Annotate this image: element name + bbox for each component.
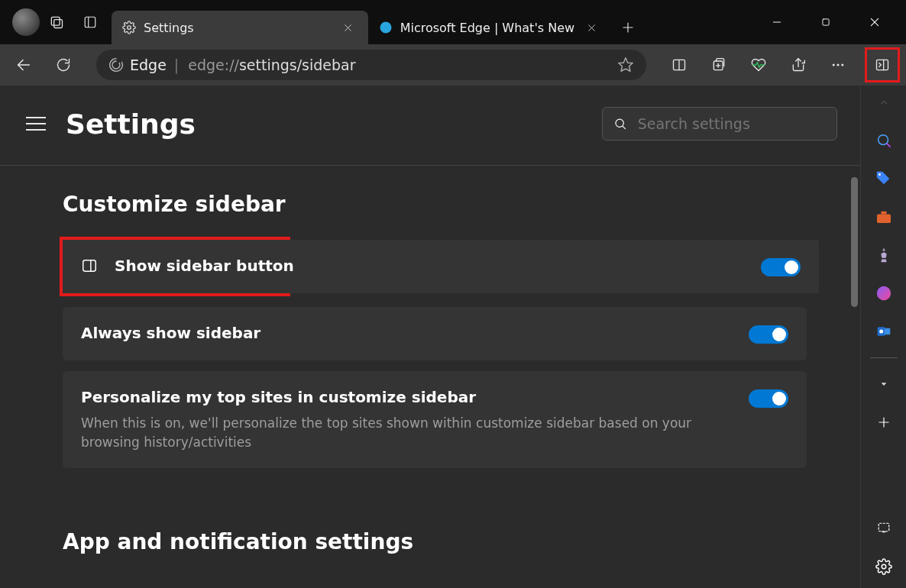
url-path: settings/sidebar <box>239 57 356 73</box>
sidebar-settings-button[interactable] <box>872 554 896 579</box>
svg-rect-1 <box>54 20 63 28</box>
url-prefix: edge:// <box>188 57 239 73</box>
toggle-show-sidebar-button[interactable] <box>761 258 801 276</box>
svg-point-24 <box>833 64 835 66</box>
back-button[interactable] <box>6 47 41 82</box>
tab-settings[interactable]: Settings <box>112 11 368 44</box>
sidebar-more[interactable] <box>872 372 896 396</box>
section-heading-customize-sidebar: Customize sidebar <box>63 192 807 217</box>
search-icon <box>875 132 892 149</box>
option-label: Always show sidebar <box>81 324 260 342</box>
settings-page: Settings Customize sidebar Show sidebar … <box>0 86 860 588</box>
gear-icon <box>875 558 892 575</box>
settings-search-input[interactable] <box>638 115 826 132</box>
gear-icon <box>122 21 136 34</box>
close-icon <box>587 23 597 33</box>
svg-rect-2 <box>85 17 95 27</box>
sidebar-app-outlook[interactable] <box>872 319 896 344</box>
svg-point-33 <box>878 135 888 145</box>
option-always-show-sidebar: Always show sidebar <box>63 307 807 360</box>
office-icon <box>875 285 892 302</box>
svg-rect-0 <box>51 17 60 25</box>
svg-marker-42 <box>881 383 886 386</box>
outlook-icon <box>875 324 892 339</box>
sidebar-add-button[interactable] <box>872 410 896 435</box>
option-show-sidebar-button: Show sidebar button <box>63 240 819 293</box>
scrollbar-thumb[interactable] <box>851 177 858 307</box>
address-bar[interactable]: Edge | edge://settings/sidebar <box>96 50 646 80</box>
refresh-icon <box>56 57 71 73</box>
heartbeat-icon <box>750 57 767 73</box>
share-icon <box>791 57 806 73</box>
svg-point-46 <box>882 564 886 569</box>
sidebar-icon <box>81 257 98 274</box>
briefcase-icon <box>875 210 892 224</box>
screenshot-icon <box>876 522 891 535</box>
option-description: When this is on, we'll personalize the t… <box>81 414 749 451</box>
edge-sidebar <box>860 86 906 588</box>
toggle-always-show-sidebar[interactable] <box>749 325 788 344</box>
sidebar-app-shopping[interactable] <box>872 166 896 191</box>
window-titlebar: Settings Microsoft Edge | What's New <box>0 0 906 44</box>
refresh-button[interactable] <box>46 47 81 82</box>
close-icon <box>343 23 353 33</box>
collections-button[interactable] <box>701 47 736 82</box>
tag-icon <box>875 170 892 187</box>
plus-icon <box>621 21 635 34</box>
plus-icon <box>877 415 891 429</box>
profile-avatar[interactable] <box>12 8 40 36</box>
window-controls <box>759 5 892 39</box>
tab-label: Settings <box>144 21 194 35</box>
search-icon <box>613 116 627 131</box>
new-tab-button[interactable] <box>611 11 645 44</box>
tab-strip: Settings Microsoft Edge | What's New <box>112 0 645 44</box>
chevron-up-icon <box>878 99 889 106</box>
svg-point-41 <box>879 330 883 334</box>
collections-icon <box>711 57 726 73</box>
tab-label: Microsoft Edge | What's New <box>400 21 574 35</box>
chess-icon <box>875 247 892 263</box>
favorite-star-icon[interactable] <box>617 57 634 73</box>
vertical-tabs-icon[interactable] <box>73 5 107 39</box>
settings-search[interactable] <box>602 107 837 141</box>
edge-logo-icon <box>379 21 393 34</box>
share-button[interactable] <box>781 47 816 82</box>
settings-menu-button[interactable] <box>23 111 49 137</box>
page-title: Settings <box>66 108 196 140</box>
sidebar-toggle-button[interactable] <box>867 50 898 80</box>
toggle-personalize-top-sites[interactable] <box>749 389 788 408</box>
tab-close-button[interactable] <box>582 18 600 37</box>
tab-whatsnew[interactable]: Microsoft Edge | What's New <box>368 11 611 44</box>
sidebar-panel-icon <box>875 57 890 73</box>
close-window-button[interactable] <box>857 5 892 39</box>
svg-point-4 <box>128 26 131 30</box>
svg-point-35 <box>878 173 881 176</box>
svg-rect-13 <box>823 19 829 25</box>
sidebar-app-tools[interactable] <box>872 205 896 229</box>
ellipsis-icon <box>830 57 846 73</box>
sidebar-screenshot-button[interactable] <box>872 516 896 541</box>
svg-rect-45 <box>878 523 889 531</box>
svg-line-30 <box>623 126 625 128</box>
split-screen-icon <box>671 57 687 73</box>
section-heading-app-notifications: App and notification settings <box>63 529 807 554</box>
browser-toolbar: Edge | edge://settings/sidebar <box>0 44 906 86</box>
svg-point-29 <box>616 119 623 127</box>
maximize-button[interactable] <box>808 5 843 39</box>
svg-point-26 <box>841 64 843 66</box>
site-identity: Edge <box>130 57 167 73</box>
minimize-button[interactable] <box>759 5 794 39</box>
more-menu-button[interactable] <box>820 47 856 82</box>
split-screen-button[interactable] <box>662 47 697 82</box>
sidebar-app-games[interactable] <box>872 243 896 267</box>
svg-rect-37 <box>881 212 886 215</box>
svg-rect-31 <box>83 260 96 272</box>
tab-close-button[interactable] <box>339 18 358 37</box>
sidebar-scroll-up[interactable] <box>872 90 896 115</box>
sidebar-app-search[interactable] <box>872 128 896 153</box>
workspaces-icon[interactable] <box>40 5 73 39</box>
svg-rect-27 <box>877 60 888 69</box>
edge-swirl-icon <box>108 57 124 73</box>
sidebar-app-office[interactable] <box>872 281 896 305</box>
performance-button[interactable] <box>741 47 776 82</box>
